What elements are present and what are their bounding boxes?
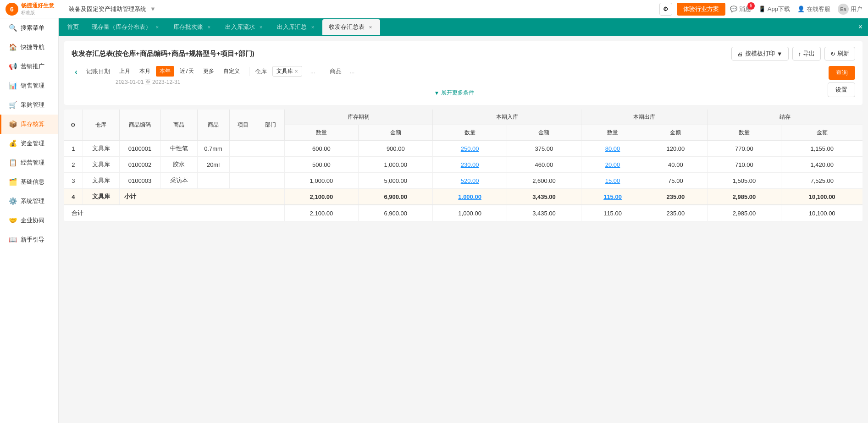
sidebar-icon-sales: 📊: [9, 82, 17, 90]
cell-code: 0100002: [119, 157, 160, 173]
date-btn-this-year[interactable]: 本年: [156, 66, 174, 77]
subtotal-label: 小计: [119, 189, 284, 205]
query-button[interactable]: 查询: [829, 66, 855, 80]
cell-out-qty[interactable]: 80.00: [581, 141, 644, 157]
sidebar-item-purchase[interactable]: 🛒采购管理: [0, 95, 58, 115]
sidebar-item-quick[interactable]: 🏠快捷导航: [0, 38, 58, 57]
tab-home[interactable]: 首页: [61, 19, 85, 35]
subtotal-opening-amt: 6,900.00: [359, 189, 433, 205]
sidebar-icon-base: 🗂️: [9, 178, 17, 186]
tab-inout-summary[interactable]: 出入库汇总×: [271, 19, 322, 35]
tab-close-inout-flow[interactable]: ×: [258, 24, 264, 30]
date-label: 记账日期: [86, 67, 110, 76]
th-opening-qty: 数量: [284, 125, 359, 141]
tab-inout-flow[interactable]: 出入库流水×: [219, 19, 271, 35]
cell-num: 1: [64, 141, 83, 157]
total-closing-qty: 2,985.00: [707, 205, 781, 221]
total-opening-qty: 2,100.00: [284, 205, 359, 221]
filter-divider-1: [249, 67, 249, 76]
tab-label-stock-dist: 现存量（库存分布表）: [92, 23, 151, 31]
filter-collapse-btn[interactable]: ‹: [72, 68, 81, 76]
refresh-button[interactable]: ↻ 刷新: [824, 47, 855, 60]
date-btn-more[interactable]: 更多: [199, 66, 218, 77]
tab-stock-dist[interactable]: 现存量（库存分布表）×: [85, 19, 167, 35]
warehouse-more-btn[interactable]: ...: [308, 67, 318, 76]
total-in-qty: 1,000.00: [433, 205, 507, 221]
sidebar-item-corp[interactable]: 🤝企业协同: [0, 211, 58, 230]
cell-project: [229, 141, 257, 157]
cell-out-qty[interactable]: 15.00: [581, 173, 644, 189]
print-icon: 🖨: [737, 50, 743, 57]
subtotal-closing-amt: 10,100.00: [781, 189, 862, 205]
subtotal-num: 4: [64, 189, 83, 205]
th-settings[interactable]: ⚙: [64, 110, 83, 141]
dropdown-arrow-icon[interactable]: ▼: [150, 5, 156, 12]
th-closing-amt: 金额: [781, 125, 862, 141]
cell-in-amt: 2,600.00: [507, 173, 581, 189]
warehouse-label: 仓库: [255, 67, 267, 76]
export-button[interactable]: ↑ 导出: [792, 47, 821, 60]
user-item[interactable]: Ea 用户: [838, 4, 862, 15]
date-btn-7days[interactable]: 近7天: [176, 66, 198, 77]
sidebar-item-operations[interactable]: 📋经营管理: [0, 153, 58, 172]
cell-closing-qty: 770.00: [707, 141, 781, 157]
sidebar-item-sales[interactable]: 📊销售管理: [0, 76, 58, 95]
print-button[interactable]: 🖨 按模板打印 ▼: [731, 47, 789, 60]
date-btn-custom[interactable]: 自定义: [220, 66, 243, 77]
sidebar-item-system[interactable]: ⚙️系统管理: [0, 192, 58, 211]
close-all-tabs-button[interactable]: ×: [855, 21, 866, 33]
date-btn-last-month[interactable]: 上月: [116, 66, 134, 77]
cell-in-qty[interactable]: 250.00: [433, 141, 507, 157]
th-out-amt: 金额: [644, 125, 707, 141]
cell-closing-qty: 1,505.00: [707, 173, 781, 189]
goods-more-btn[interactable]: ...: [347, 67, 358, 76]
cell-in-qty[interactable]: 520.00: [433, 173, 507, 189]
total-out-amt: 235.00: [644, 205, 707, 221]
sidebar-icon-finance: 💰: [9, 139, 17, 148]
trial-button[interactable]: 体验行业方案: [677, 3, 725, 16]
cell-spec: 20ml: [197, 157, 229, 173]
logo-area: 6 畅捷通好生意 标准版: [6, 2, 64, 16]
th-department: 部门: [257, 110, 284, 141]
settings-button[interactable]: 设置: [828, 82, 855, 97]
sidebar-item-marketing[interactable]: 📢营销推广: [0, 57, 58, 76]
sidebar-item-base[interactable]: 🗂️基础信息: [0, 172, 58, 192]
content-area: 首页现存量（库存分布表）×库存批次账×出入库流水×出入库汇总×收发存汇总表×× …: [59, 18, 868, 423]
total-label: 合计: [64, 205, 284, 221]
tab-close-batch[interactable]: ×: [206, 24, 212, 30]
sidebar-label-inventory: 库存核算: [21, 120, 44, 128]
sidebar-item-search[interactable]: 🔍搜索菜单: [0, 18, 58, 38]
expand-more-btn[interactable]: ▼ 展开更多条件: [434, 89, 475, 97]
cell-spec: 0.7mm: [197, 141, 229, 157]
subtotal-in-amt: 3,435.00: [507, 189, 581, 205]
date-btn-this-month[interactable]: 本月: [136, 66, 154, 77]
total-row: 合计 2,100.00 6,900.00 1,000.00 3,435.00 1…: [64, 205, 862, 221]
tab-close-recv-send[interactable]: ×: [367, 24, 374, 30]
subtotal-in-qty[interactable]: 1,000.00: [433, 189, 507, 205]
app-download-item[interactable]: 📱 App下载: [758, 5, 790, 13]
warehouse-tag-text: 文具库: [276, 67, 293, 75]
th-code: 商品编码: [119, 110, 160, 141]
sidebar-item-newbie[interactable]: 📖新手引导: [0, 230, 58, 249]
tab-label-inout-summary: 出入库汇总: [277, 23, 307, 31]
tab-close-stock-dist[interactable]: ×: [154, 24, 160, 30]
sidebar-item-finance[interactable]: 💰资金管理: [0, 134, 58, 153]
download-icon: 📱: [758, 5, 766, 12]
online-service-item[interactable]: 👤 在线客服: [797, 5, 830, 13]
tab-close-inout-summary[interactable]: ×: [310, 24, 316, 30]
expand-icon: ▼: [434, 90, 440, 96]
th-closing-qty: 数量: [707, 125, 781, 141]
sidebar-label-corp: 企业协同: [21, 216, 44, 225]
message-item[interactable]: 💬 消息 6: [730, 5, 751, 13]
cell-department: [257, 141, 284, 157]
warehouse-tag-close[interactable]: ×: [295, 68, 298, 75]
header-right: 💬 消息 6 📱 App下载 👤 在线客服 Ea 用户: [730, 4, 862, 15]
cell-out-qty[interactable]: 20.00: [581, 157, 644, 173]
tab-recv-send[interactable]: 收发存汇总表×: [322, 19, 380, 35]
subtotal-out-qty[interactable]: 115.00: [581, 189, 644, 205]
gear-button[interactable]: ⚙: [659, 3, 672, 16]
tab-batch[interactable]: 库存批次账×: [167, 19, 219, 35]
table-row: 1 文具库 0100001 中性笔 0.7mm 600.00 900.00 25…: [64, 141, 862, 157]
sidebar-item-inventory[interactable]: 📦库存核算: [0, 115, 58, 134]
cell-in-qty[interactable]: 230.00: [433, 157, 507, 173]
